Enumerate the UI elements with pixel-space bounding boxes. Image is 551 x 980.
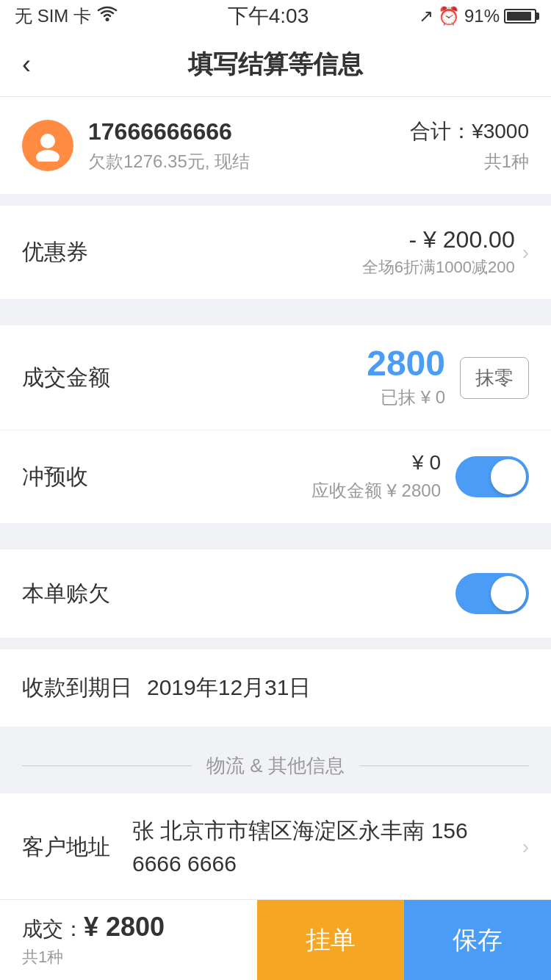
svg-point-0 (106, 18, 109, 21)
battery-percent: 91% (464, 6, 500, 26)
bottom-deal-text: 成交： (22, 918, 84, 940)
address-label: 客户地址 (22, 832, 110, 862)
duedate-label: 收款到期日 (22, 673, 132, 703)
status-bar: 无 SIM 卡 下午4:03 ↗ ⏰ 91% (0, 0, 551, 32)
customer-total: 合计：¥3000 (410, 118, 529, 145)
bottom-deal-label: 成交：¥ 2800 (22, 912, 235, 943)
prepay-amount: ¥ 0 应收金额 ¥ 2800 (311, 451, 441, 502)
sep-line-left (22, 765, 192, 766)
back-button[interactable]: ‹ (22, 49, 31, 80)
svg-point-2 (36, 150, 60, 162)
address-content: 张 北京市市辖区海淀区永丰南 156 6666 6666 (132, 814, 522, 880)
deal-main-num: 2800 (367, 346, 445, 381)
status-left: 无 SIM 卡 (15, 4, 118, 28)
bottom-count: 共1种 (22, 946, 235, 968)
svg-point-1 (40, 134, 55, 148)
customer-right: 合计：¥3000 共1种 (410, 118, 529, 173)
customer-debt: 欠款1276.35元, 现结 (88, 150, 250, 173)
customer-phone: 17666666666 (88, 118, 250, 145)
prepay-toggle[interactable] (455, 456, 529, 497)
prepay-right: ¥ 0 应收金额 ¥ 2800 (311, 451, 529, 502)
coupon-section: 优惠券 - ¥ 200.00 全场6折满1000减200 › (0, 206, 551, 299)
debt-order-toggle[interactable] (455, 573, 529, 614)
toggle-knob (491, 459, 526, 494)
coupon-label: 优惠券 (22, 237, 88, 267)
customer-left: 17666666666 欠款1276.35元, 现结 (22, 118, 250, 173)
prepay-label: 冲预收 (22, 462, 88, 492)
customer-count: 共1种 (410, 150, 529, 173)
coupon-amount: - ¥ 200.00 全场6折满1000减200 (362, 226, 515, 278)
logistics-sep-text: 物流 & 其他信息 (206, 753, 345, 779)
prepay-bottom: 应收金额 ¥ 2800 (311, 479, 441, 502)
duedate-value: 2019年12月31日 (147, 673, 311, 703)
nav-bar: ‹ 填写结算等信息 (0, 32, 551, 97)
alarm-icon: ⏰ (438, 6, 460, 26)
gray-separator-2 (0, 535, 551, 550)
customer-row: 17666666666 欠款1276.35元, 现结 合计：¥3000 共1种 (0, 97, 551, 194)
deal-right: 2800 已抹 ¥ 0 抹零 (367, 346, 529, 409)
debt-order-label: 本单赊欠 (22, 579, 110, 609)
deal-label: 成交金额 (22, 363, 110, 393)
avatar (22, 120, 73, 171)
chevron-right-icon: › (522, 241, 529, 264)
debt-order-section: 本单赊欠 (0, 550, 551, 638)
wifi-icon (97, 6, 118, 26)
hang-button[interactable]: 挂单 (257, 900, 404, 981)
deal-amount-row: 成交金额 2800 已抹 ¥ 0 抹零 (0, 325, 551, 430)
coupon-discount: - ¥ 200.00 (362, 226, 515, 253)
bottom-bar: 成交：¥ 2800 共1种 挂单 保存 (0, 899, 551, 980)
duedate-row: 收款到期日 2019年12月31日 (0, 649, 551, 727)
sep-line-right (359, 765, 529, 766)
prepay-row: 冲预收 ¥ 0 应收金额 ¥ 2800 (0, 430, 551, 523)
gray-separator-1 (0, 311, 551, 325)
logistics-separator: 物流 & 其他信息 (0, 738, 551, 793)
prepay-top: ¥ 0 (311, 451, 441, 475)
page-title: 填写结算等信息 (188, 48, 363, 82)
bottom-summary: 成交：¥ 2800 共1种 (0, 912, 257, 968)
sim-status: 无 SIM 卡 (15, 4, 91, 28)
customer-section: 17666666666 欠款1276.35元, 现结 合计：¥3000 共1种 (0, 97, 551, 194)
round-button[interactable]: 抹零 (460, 357, 529, 399)
deal-sub-text: 已抹 ¥ 0 (367, 386, 445, 409)
coupon-right: - ¥ 200.00 全场6折满1000减200 › (362, 226, 529, 278)
battery-icon (504, 9, 536, 24)
status-right: ↗ ⏰ 91% (419, 6, 536, 26)
save-button[interactable]: 保存 (404, 900, 551, 981)
address-row[interactable]: 客户地址 张 北京市市辖区海淀区永丰南 156 6666 6666 › (0, 793, 551, 901)
amount-section: 成交金额 2800 已抹 ¥ 0 抹零 冲预收 ¥ 0 应收金额 ¥ 2800 (0, 325, 551, 523)
address-chevron-icon: › (522, 835, 529, 859)
customer-info: 17666666666 欠款1276.35元, 现结 (88, 118, 250, 173)
bottom-deal-amount: ¥ 2800 (84, 912, 165, 942)
coupon-desc: 全场6折满1000减200 (362, 256, 515, 278)
location-icon: ↗ (419, 6, 433, 26)
status-time: 下午4:03 (228, 2, 309, 30)
debt-toggle-knob (491, 576, 526, 611)
coupon-row[interactable]: 优惠券 - ¥ 200.00 全场6折满1000减200 › (0, 206, 551, 299)
deal-amount-value: 2800 已抹 ¥ 0 (367, 346, 445, 409)
